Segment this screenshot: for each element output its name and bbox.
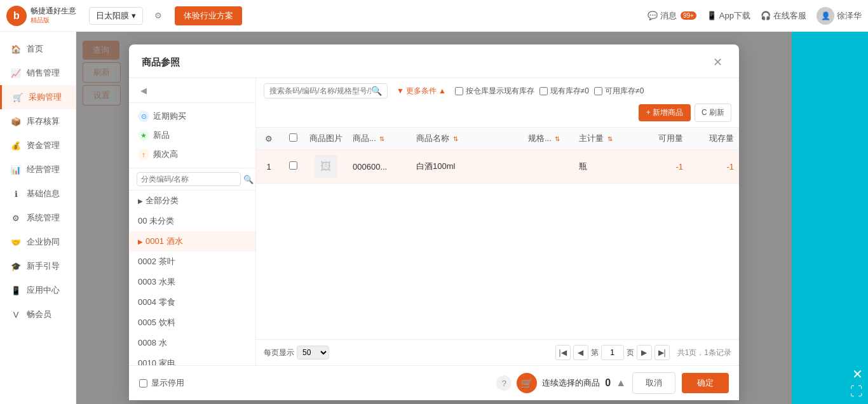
col-header-name[interactable]: 商品名称 ⇅ [411,128,523,150]
sidebar-item-guide[interactable]: 🎓 新手引导 [0,254,76,278]
product-toolbar: 🔍 ▼ 更多条件 ▲ 按仓库显示现有库存 [256,78,739,128]
settings-col-icon[interactable]: ⚙ [265,134,273,144]
store-selector[interactable]: 日太阳膜 ▾ [89,7,143,25]
sidebar-item-apps[interactable]: 📱 应用中心 [0,278,76,302]
category-item-appliance[interactable]: 0010 家电 [129,353,255,365]
show-disabled-checkbox[interactable] [139,379,147,387]
sidebar-item-operation[interactable]: 📊 经营管理 [0,158,76,182]
collapse-button[interactable]: ◀ [137,83,151,97]
last-page-button[interactable]: ▶| [654,345,670,360]
modal-backdrop[interactable]: 商品参照 ✕ ◀ ⊙ 近期购买 [76,32,792,404]
cancel-button[interactable]: 取消 [632,372,675,394]
check-has-stock[interactable]: 现有库存≠0 [539,86,589,97]
close-icon[interactable]: ✕ [709,53,726,71]
category-item-uncategorized[interactable]: 00 未分类 [129,211,255,231]
sidebar-label-sales: 销售管理 [27,67,60,79]
has-stock-checkbox[interactable] [539,87,548,95]
cell-name: 白酒100ml [411,150,523,184]
page-size-dropdown[interactable]: 50 20 100 [297,346,329,360]
user-name: 徐泽华 [837,10,862,22]
next-page-button[interactable]: ▶ [637,345,652,360]
col-unit-label: 主计量 [579,133,604,143]
cart-collapse-icon[interactable]: ▲ [616,377,626,389]
chevron-up-icon: ▲ [438,86,446,95]
cell-img: 🖼 [304,150,348,184]
help-icon[interactable]: ? [496,375,512,391]
available-checkbox[interactable] [594,87,602,95]
show-disabled-label[interactable]: 显示停用 [139,377,184,389]
sidebar-item-finance[interactable]: 💰 资金管理 [0,133,76,158]
content-area: 查询 刷新 设置 商品参照 ✕ ◀ [76,32,792,404]
cart-icon[interactable]: 🛒 [517,373,537,393]
confirm-button[interactable]: 确定 [682,373,729,393]
sidebar-item-purchase[interactable]: 🛒 采购管理 [0,85,76,109]
message-icon: 💬 [648,11,658,20]
sidebar-item-member[interactable]: V 畅会员 [0,302,76,327]
category-search-input[interactable] [137,172,241,186]
enterprise-icon: 🤝 [10,236,22,248]
category-item-beverage[interactable]: 0005 饮料 [129,313,255,333]
modal-title: 商品参照 [142,57,180,69]
by-warehouse-checkbox[interactable] [455,87,463,95]
more-filters-button[interactable]: ▼ 更多条件 ▲ [393,84,450,98]
table-row[interactable]: 1 🖼 [256,150,739,184]
settings-icon[interactable]: ⚙ [148,6,168,26]
app-download-item[interactable]: 📱 App下载 [707,10,750,22]
frequent-icon: ↑ [138,149,149,160]
left-sidebar: 🏠 首页 📈 销售管理 🛒 采购管理 📦 库存核算 💰 资金管理 📊 经营管理 … [0,32,76,404]
quick-filter-frequent[interactable]: ↑ 频次高 [129,145,255,164]
page-input[interactable] [601,345,624,360]
online-service-item[interactable]: 🎧 在线客服 [761,10,806,22]
trial-button[interactable]: 体验行业方案 [175,6,242,25]
col-spec-label: 规格... [528,133,552,143]
right-bg-panel: ✕ ⛶ [792,32,868,404]
sidebar-label-purchase: 采购管理 [29,91,62,103]
category-label-beverage: 0005 饮料 [138,317,175,328]
category-item-all[interactable]: ▶ 全部分类 [129,191,255,211]
modal-product-panel: 🔍 ▼ 更多条件 ▲ 按仓库显示现有库存 [256,78,739,365]
sidebar-label-finance: 资金管理 [27,140,60,151]
filter-icon: ▼ [397,86,404,95]
first-page-button[interactable]: |◀ [555,345,571,360]
col-header-code[interactable]: 商品... ⇅ [348,128,411,150]
refresh-button[interactable]: C 刷新 [695,104,731,122]
category-item-tea[interactable]: 0002 茶叶 [129,252,255,272]
recent-icon: ⊙ [138,111,149,122]
product-search-input[interactable] [269,86,371,95]
select-all-checkbox[interactable] [289,133,297,142]
check-available[interactable]: 可用库存≠0 [594,86,644,97]
modal-category-panel: ◀ ⊙ 近期购买 ★ 新品 [129,78,256,365]
expand-right-icon[interactable]: ⛶ [850,384,863,399]
by-warehouse-label: 按仓库显示现有库存 [466,86,534,97]
category-item-snack[interactable]: 0004 零食 [129,292,255,313]
messages-item[interactable]: 💬 消息 99+ [648,10,696,22]
table-header-row: ⚙ 商品图片 [256,128,739,150]
sidebar-item-system[interactable]: ⚙ 系统管理 [0,206,76,230]
sidebar-item-sales[interactable]: 📈 销售管理 [0,61,76,85]
user-avatar-item[interactable]: 👤 徐泽华 [817,7,862,25]
add-product-button[interactable]: + 新增商品 [639,104,691,121]
home-icon: 🏠 [10,43,22,55]
online-service-label: 在线客服 [773,10,806,22]
close-right-icon[interactable]: ✕ [852,367,863,382]
quick-filter-recent[interactable]: ⊙ 近期购买 [129,107,255,126]
row-checkbox[interactable] [289,161,297,170]
category-item-alcohol[interactable]: ▶ 0001 酒水 [129,231,255,252]
phone-icon: 📱 [707,11,717,20]
category-label-water: 0008 水 [138,337,167,349]
sidebar-item-inventory[interactable]: 📦 库存核算 [0,109,76,133]
quick-filter-recent-label: 近期购买 [153,111,186,122]
quick-filters: ⊙ 近期购买 ★ 新品 ↑ 频次高 [129,103,255,168]
quick-filter-new-label: 新品 [153,130,170,141]
check-by-warehouse[interactable]: 按仓库显示现有库存 [455,86,534,97]
quick-filter-new[interactable]: ★ 新品 [129,126,255,145]
category-item-fruit[interactable]: 0003 水果 [129,272,255,292]
col-header-spec[interactable]: 规格... ⇅ [523,128,574,150]
sidebar-item-enterprise[interactable]: 🤝 企业协同 [0,230,76,254]
sidebar-item-home[interactable]: 🏠 首页 [0,37,76,61]
available-label: 可用库存≠0 [605,86,644,97]
sidebar-item-info[interactable]: ℹ 基础信息 [0,182,76,206]
prev-page-button[interactable]: ◀ [573,345,588,360]
col-header-unit[interactable]: 主计量 ⇅ [574,128,625,150]
category-item-water[interactable]: 0008 水 [129,333,255,353]
